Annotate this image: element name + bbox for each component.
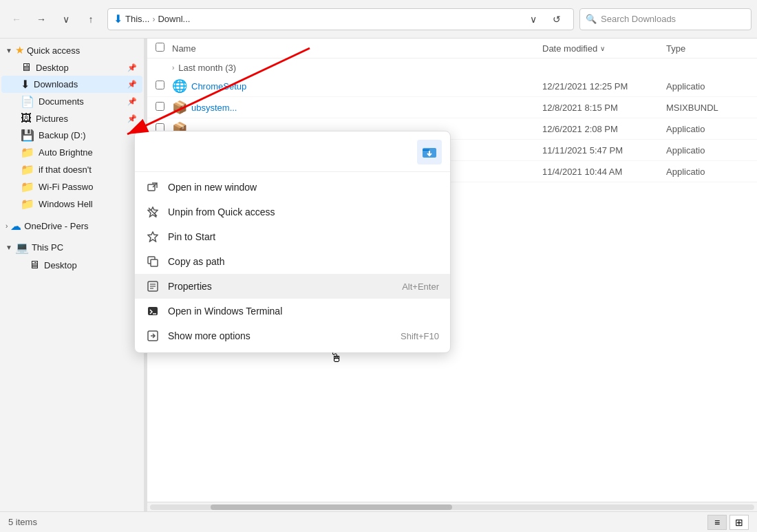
- type-column-label: Type: [666, 43, 685, 54]
- items-count: 5 items: [8, 517, 37, 527]
- context-menu-item-terminal[interactable]: Open in Windows Terminal: [135, 299, 450, 323]
- type-column-header[interactable]: Type: [666, 43, 749, 54]
- terminal-icon: [146, 304, 160, 318]
- toolbar: ← → ∨ ↑ ⬇ This... › Downl... ∨ ↺ 🔍 Searc…: [0, 0, 757, 39]
- terminal-label: Open in Windows Terminal: [168, 306, 439, 317]
- group-label: Last month (3): [178, 63, 236, 73]
- file3-date: 12/6/2021 2:08 PM: [542, 124, 666, 134]
- chrome-file-date: 12/21/2021 12:25 PM: [542, 81, 666, 92]
- ubsystem-file-name: ubsystem...: [191, 103, 542, 113]
- svg-rect-5: [151, 259, 158, 266]
- back-button[interactable]: ←: [6, 8, 28, 30]
- sidebar-item-windows-hello-label: Windows Hell: [39, 199, 93, 209]
- sidebar-item-windows-hello[interactable]: 📁 Windows Hell: [1, 195, 142, 213]
- context-menu-item-more-options[interactable]: Show more options Shift+F10: [135, 323, 450, 348]
- unpin-icon: [146, 205, 160, 219]
- select-all-checkbox[interactable]: [156, 43, 164, 52]
- quick-access-star-icon: ★: [15, 44, 24, 56]
- sidebar-item-downloads-label: Downloads: [34, 79, 78, 89]
- name-column-header[interactable]: Name: [172, 43, 542, 54]
- context-menu-item-open-new-window[interactable]: Open in new window: [135, 175, 450, 200]
- context-menu-item-pin-start[interactable]: Pin to Start: [135, 224, 450, 249]
- sidebar-item-if-that[interactable]: 📁 if that doesn't: [1, 161, 142, 178]
- sidebar-item-auto-brightness[interactable]: 📁 Auto Brightne: [1, 144, 142, 161]
- windows-hello-icon: 📁: [21, 198, 34, 211]
- list-view-button[interactable]: ≡: [707, 515, 727, 530]
- sidebar-item-pictures-label: Pictures: [36, 114, 68, 124]
- downloads-icon: ⬇: [21, 78, 30, 91]
- file3-type: Applicatio: [666, 124, 749, 134]
- date-column-header[interactable]: Date modified ∨: [542, 43, 666, 54]
- pin-icon-documents: 📌: [127, 97, 137, 106]
- chrome-file-icon: 🌐: [172, 78, 187, 94]
- onedrive-icon: ☁: [10, 220, 21, 233]
- chrome-checkbox: [156, 81, 172, 92]
- name-column-label: Name: [172, 43, 196, 54]
- context-menu-item-copy-path[interactable]: Copy as path: [135, 249, 450, 274]
- pin-icon-pictures: 📌: [127, 114, 137, 123]
- up-button[interactable]: ↑: [80, 8, 102, 30]
- chrome-file-type: Applicatio: [666, 81, 749, 92]
- context-menu: Open in new window Unpin from Quick acce…: [134, 131, 451, 353]
- group-chevron[interactable]: ›: [172, 64, 174, 72]
- file5-type: Applicatio: [666, 167, 749, 177]
- address-bar[interactable]: ⬇ This... › Downl... ∨ ↺: [107, 8, 574, 30]
- file-row-chrome[interactable]: 🌐 ChromeSetup 12/21/2021 12:25 PM Applic…: [147, 76, 757, 97]
- search-icon: 🔍: [586, 14, 597, 24]
- more-options-shortcut: Shift+F10: [401, 331, 439, 341]
- more-options-icon: [146, 329, 160, 343]
- scrollbar-track: [150, 504, 754, 510]
- date-column-label: Date modified: [542, 43, 597, 54]
- recent-button[interactable]: ∨: [55, 8, 77, 30]
- sidebar-item-downloads[interactable]: ⬇ Downloads 📌: [1, 76, 142, 93]
- wifi-icon: 📁: [21, 180, 34, 193]
- view-controls: ≡ ⊞: [707, 515, 749, 530]
- file-row-ubsystem[interactable]: 📦 ubsystem... 12/8/2021 8:15 PM MSIXBUND…: [147, 97, 757, 118]
- scrollbar-thumb[interactable]: [211, 504, 452, 510]
- sidebar-onedrive[interactable]: › ☁ OneDrive - Pers: [0, 217, 144, 235]
- sidebar-this-pc[interactable]: ▼ 💻 This PC: [0, 238, 144, 257]
- properties-label: Properties: [168, 281, 394, 292]
- sidebar-item-documents[interactable]: 📄 Documents 📌: [1, 93, 142, 110]
- quick-access-label: Quick access: [27, 45, 80, 56]
- sidebar-item-backup-label: Backup (D:): [39, 130, 86, 140]
- open-new-window-icon: [146, 180, 160, 194]
- pin-start-label: Pin to Start: [168, 231, 439, 242]
- context-top-icon: [417, 140, 442, 164]
- quick-access-chevron: ▼: [6, 47, 12, 54]
- file4-date: 11/11/2021 5:47 PM: [542, 145, 666, 156]
- pictures-icon: 🖼: [21, 112, 32, 125]
- address-dropdown-button[interactable]: ∨: [522, 8, 544, 30]
- properties-icon: [146, 279, 160, 293]
- properties-shortcut: Alt+Enter: [402, 281, 439, 292]
- desktop-pc-icon: 🖥: [29, 259, 40, 271]
- ubsystem-file-type: MSIXBUNDL: [666, 103, 749, 113]
- context-menu-item-properties[interactable]: Properties Alt+Enter: [135, 274, 450, 299]
- ubsystem-file-date: 12/8/2021 8:15 PM: [542, 103, 666, 113]
- refresh-button[interactable]: ↺: [546, 8, 568, 30]
- sidebar-item-desktop-pc[interactable]: 🖥 Desktop: [1, 257, 142, 273]
- sidebar-item-backup[interactable]: 💾 Backup (D:): [1, 127, 142, 144]
- sidebar-item-documents-label: Documents: [39, 96, 84, 107]
- backup-icon: 💾: [21, 129, 34, 142]
- sidebar-item-desktop[interactable]: 🖥 Desktop 📌: [1, 59, 142, 76]
- address-bar-download-icon: ⬇: [114, 12, 122, 25]
- sidebar-item-wifi[interactable]: 📁 Wi-Fi Passwo: [1, 178, 142, 195]
- search-bar[interactable]: 🔍 Search Downloads: [579, 8, 751, 30]
- open-new-window-label: Open in new window: [168, 182, 439, 193]
- status-bar: 5 items ≡ ⊞: [0, 511, 757, 532]
- forward-button[interactable]: →: [30, 8, 52, 30]
- chrome-file-name: ChromeSetup: [191, 81, 542, 92]
- sidebar-item-auto-brightness-label: Auto Brightne: [39, 147, 93, 158]
- address-path1: This...: [125, 14, 149, 24]
- if-that-icon: 📁: [21, 163, 34, 176]
- copy-path-icon: [146, 255, 160, 268]
- grid-view-button[interactable]: ⊞: [729, 515, 749, 530]
- checkbox-col: [156, 43, 172, 54]
- this-pc-label: This PC: [32, 242, 63, 253]
- sidebar-quick-access[interactable]: ▼ ★ Quick access: [0, 41, 144, 59]
- sidebar-item-desktop-pc-label: Desktop: [44, 260, 77, 270]
- sidebar-item-pictures[interactable]: 🖼 Pictures 📌: [1, 110, 142, 127]
- horizontal-scrollbar[interactable]: [147, 502, 757, 511]
- context-menu-item-unpin[interactable]: Unpin from Quick access: [135, 200, 450, 224]
